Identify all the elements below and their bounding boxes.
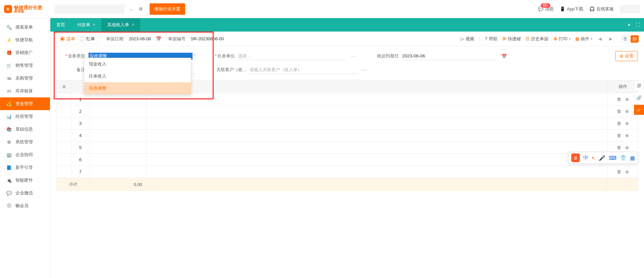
table-row[interactable]: 3🗑⊕ [57,118,638,130]
table-row[interactable]: 1🗑⊕ [57,93,638,105]
history-button[interactable]: ☰历史单据 [526,36,548,42]
row-amount-cell[interactable] [90,93,147,105]
video-button[interactable]: ▷视频 [461,36,474,42]
calendar-icon[interactable]: 📅 [501,54,507,59]
row-amount-cell[interactable] [90,118,147,130]
due-date-input[interactable] [402,52,496,60]
sidebar-item-13[interactable]: 💬企业微信 [0,187,50,199]
sidebar-item-12[interactable]: 🔌智能硬件 [0,174,50,187]
row-gear-cell[interactable] [57,118,71,130]
sidebar-item-5[interactable]: 🏷库存核算 [0,85,50,97]
sidebar-item-1[interactable]: ⚡快捷导航 [0,34,50,46]
tab-expand-icon[interactable]: ⛶ [636,22,640,28]
assoc-more-icon[interactable]: ⋯ [362,67,367,73]
dropdown-option-0[interactable]: 现金收入 [84,58,191,70]
add-row-icon[interactable]: ⊕ [625,145,629,150]
sidebar-item-3[interactable]: 🛒销售管理 [0,59,50,72]
row-gear-cell[interactable] [57,166,71,178]
print-button[interactable]: 🖶打印▾ [553,36,571,42]
table-row[interactable]: 4🗑⊕ [57,130,638,142]
row-gear-cell[interactable] [57,130,71,142]
ime-menu-icon[interactable]: ▦ [630,155,635,161]
delete-row-icon[interactable]: 🗑 [617,133,621,138]
assoc-customer-input[interactable] [250,66,357,74]
sidebar-item-6[interactable]: 💰资金管理 [0,97,50,110]
sidebar-item-8[interactable]: 📚基础信息 [0,123,50,136]
org-caret-icon[interactable]: ⌄ [129,7,133,11]
help-button[interactable]: ?帮助 [485,36,497,42]
sidebar-item-9[interactable]: ⚙系统管理 [0,136,50,148]
table-row[interactable]: 6🗑⊕ [57,154,638,166]
partner-more-icon[interactable]: ⋯ [351,54,355,59]
add-row-icon[interactable]: ⊕ [625,109,629,114]
row-gear-cell[interactable] [57,93,71,105]
settings-button[interactable]: ⚙设置 [615,51,638,61]
messages-button[interactable]: 💬 99+ 消息 [538,6,554,12]
calendar-icon[interactable]: 📅 [156,36,161,41]
view-list-button[interactable]: ☰ [621,35,629,43]
radio-blue[interactable]: 蓝单 [60,36,75,42]
sidebar-item-2[interactable]: 🎁营销推广 [0,46,50,59]
shortcut-button[interactable]: ⌘快捷键 [502,36,521,42]
rail-link-button[interactable]: 🔗 [634,93,644,103]
table-row[interactable]: 7🗑⊕ [57,166,638,178]
partner-input[interactable] [238,52,345,60]
app-download-button[interactable]: 📱 App下载 [560,6,583,12]
row-gear-cell[interactable] [57,154,71,166]
ime-skin-icon[interactable]: 👕 [620,155,627,161]
row-amount-cell[interactable] [90,154,147,166]
support-button[interactable]: 🎧 在线客服 [589,6,614,12]
sidebar-item-7[interactable]: 📊经营管理 [0,110,50,123]
dropdown-option-2[interactable]: 应收调整 [84,82,191,94]
sidebar-item-10[interactable]: 🏢企业协同 [0,148,50,161]
add-row-icon[interactable]: ⊕ [625,169,629,174]
ime-lang-toggle[interactable]: 中 [583,154,589,161]
ime-toolbar[interactable]: S 中 •, 🎤 ⌨ 👕 ▦ [568,152,638,164]
tab-0[interactable]: 首页 [50,18,71,32]
next-doc-button[interactable]: ▶ [608,36,614,41]
table-row[interactable]: 2🗑⊕ [57,105,638,118]
tab-1[interactable]: 付款单× [71,18,101,32]
delete-row-icon[interactable]: 🗑 [617,109,621,114]
prev-doc-button[interactable]: ◀ [597,36,603,41]
row-amount-cell[interactable] [90,130,147,142]
sidebar-item-0[interactable]: 🔍搜索菜单 [0,21,50,34]
table-row[interactable]: 5🗑⊕ [57,142,638,154]
trial-button[interactable]: 体验行业方案 [150,3,185,15]
row-amount-cell[interactable] [90,105,147,118]
tab-close-icon[interactable]: × [132,22,134,27]
rail-expand-button[interactable]: ⤢ [634,105,644,115]
org-selector[interactable] [54,4,125,14]
rail-note-button[interactable]: 🗐 [634,81,644,91]
settings-gear-icon[interactable]: ⚙ [138,5,144,13]
radio-red[interactable]: 红单 [80,36,95,42]
tab-close-all-icon[interactable]: ✕ [627,22,631,28]
doc-date-value[interactable]: 2023-06-06 [129,36,151,41]
view-form-button[interactable]: ▤ [631,35,639,43]
ime-punct-icon[interactable]: •, [592,155,595,161]
ime-mic-icon[interactable]: 🎤 [599,155,605,161]
row-gear-cell[interactable] [57,105,71,118]
col-row-settings[interactable]: ⚙ [57,80,71,93]
row-gear-cell[interactable] [57,142,71,154]
print-icon: 🖶 [553,36,557,41]
delete-row-icon[interactable]: 🗑 [617,121,621,126]
row-amount-cell[interactable] [90,142,147,154]
tab-close-icon[interactable]: × [93,22,95,27]
tab-2[interactable]: 其他收入单× [101,18,140,32]
delete-row-icon[interactable]: 🗑 [617,145,621,150]
ime-keyboard-icon[interactable]: ⌨ [609,155,616,161]
add-row-icon[interactable]: ⊕ [625,97,629,102]
operate-button[interactable]: ▦操作▾ [575,36,592,42]
row-blank-cell [147,142,608,154]
dropdown-option-1[interactable]: 往来收入 [84,70,191,82]
delete-row-icon[interactable]: 🗑 [617,169,621,174]
add-row-icon[interactable]: ⊕ [625,121,629,126]
sidebar-item-4[interactable]: 🛍采购管理 [0,72,50,85]
add-row-icon[interactable]: ⊕ [625,133,629,138]
row-amount-cell[interactable] [90,166,147,178]
sidebar-item-11[interactable]: 📘新手引导 [0,161,50,174]
delete-row-icon[interactable]: 🗑 [617,97,621,102]
user-avatar[interactable] [620,5,640,13]
sidebar-item-14[interactable]: Ⓥ畅会员 [0,199,50,212]
